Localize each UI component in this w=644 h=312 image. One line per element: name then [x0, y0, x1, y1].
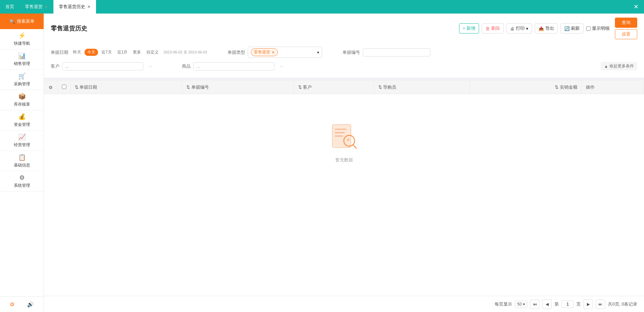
sidebar-item-inventory-label: 库存核算	[14, 102, 30, 107]
th-operations-label: 操作	[586, 85, 595, 90]
sidebar-item-quicknav[interactable]: ⚡ 快捷导航	[0, 29, 44, 49]
collapse-icon: ▲	[604, 64, 608, 69]
date-opt-yesterday[interactable]: 昨天	[71, 49, 83, 56]
docnum-input[interactable]	[363, 48, 430, 57]
date-filter-label: 单据日期	[51, 49, 68, 55]
date-opt-today[interactable]: 今天	[85, 49, 98, 56]
date-opt-7days[interactable]: 近7天	[99, 49, 114, 56]
data-table: ⚙ ⇅ 单据日期 ⇅ 单据编号 ⇅ 客户 ⇅ 导购员	[44, 81, 644, 94]
empty-state: 暂无数据	[44, 94, 644, 190]
filter-row-1: 单据日期 昨天 今天 近7天 近1月 更多 自定义 2023-06-02 至 2…	[51, 47, 637, 58]
th-customer-label: ⇅ 客户	[298, 85, 312, 90]
per-page-select[interactable]: 50 ▾	[515, 300, 527, 308]
tab-retail-return-history-close[interactable]: ✕	[87, 4, 91, 9]
sidebar-item-basicinfo[interactable]: 📋 基础信息	[0, 151, 44, 171]
sidebar-item-basicinfo-label: 基础信息	[14, 162, 30, 168]
page-number-input[interactable]	[562, 300, 574, 308]
finance-icon: 💰	[18, 113, 26, 120]
customer-input[interactable]	[62, 62, 143, 70]
date-range-value: 2023-06-02 至 2023-06-02	[163, 50, 207, 55]
tab-retail-return-label: 零售退货	[25, 4, 43, 10]
filter-doctype: 单据类型 零售退货 ✕ ▾	[228, 47, 322, 58]
audio-bottom-icon[interactable]: 🔊	[27, 301, 34, 308]
sidebar-item-finance-label: 资金管理	[14, 122, 30, 128]
customer-label: 客户	[51, 63, 59, 69]
doctype-label: 单据类型	[228, 49, 245, 55]
page-header: 零售退货历史 + 新增 🗑 删除 🖨 打印 ▾ 📤 导出	[44, 14, 644, 78]
th-customer[interactable]: ⇅ 客户	[294, 81, 374, 94]
sidebar-item-operations[interactable]: 📈 经营管理	[0, 131, 44, 151]
sidebar-item-sales[interactable]: 📊 销售管理	[0, 49, 44, 70]
goods-ellipsis[interactable]: ···	[277, 63, 286, 69]
add-button[interactable]: + 新增	[459, 23, 479, 34]
window-close-button[interactable]: ✕	[628, 3, 644, 10]
date-opt-1month[interactable]: 近1月	[115, 49, 130, 56]
print-button[interactable]: 🖨 打印 ▾	[506, 23, 532, 34]
empty-icon	[327, 121, 361, 152]
page-prev-button[interactable]: ◀	[542, 299, 552, 309]
doctype-select[interactable]: 零售退货 ✕ ▾	[248, 47, 322, 58]
tab-retail-return[interactable]: 零售退货 ✕	[20, 0, 53, 14]
svg-rect-1	[335, 129, 347, 130]
th-salesperson[interactable]: ⇅ 导购员	[374, 81, 470, 94]
settings-bottom-icon[interactable]: ⚙	[10, 301, 15, 308]
delete-button[interactable]: 🗑 删除	[482, 23, 504, 34]
customer-ellipsis[interactable]: ···	[146, 63, 155, 69]
th-settings[interactable]: ⚙	[44, 81, 57, 94]
th-amount[interactable]: ⇅ 实销金额	[470, 81, 582, 94]
page-title-row: 零售退货历史 + 新增 🗑 删除 🖨 打印 ▾ 📤 导出	[51, 18, 637, 39]
tab-home[interactable]: 首页	[0, 0, 20, 14]
set-button[interactable]: 设置	[615, 29, 637, 39]
sidebar-bottom: ⚙ 🔊	[0, 296, 44, 312]
filter-docnum: 单据编号	[342, 48, 430, 57]
th-docnum-label: ⇅ 单据编号	[186, 85, 209, 90]
refresh-label: 刷新	[571, 25, 580, 31]
filter-customer: 客户 ···	[51, 62, 155, 70]
tab-retail-return-close[interactable]: ✕	[45, 4, 48, 9]
search-icon: 🔍	[9, 19, 15, 24]
sidebar-item-sales-label: 销售管理	[14, 61, 30, 67]
refresh-button[interactable]: 🔄 刷新	[560, 23, 583, 34]
sidebar-item-system[interactable]: ⚙ 系统管理	[0, 171, 44, 192]
quicknav-icon: ⚡	[18, 32, 26, 39]
th-date[interactable]: ⇅ 单据日期	[70, 81, 182, 94]
sidebar-item-inventory[interactable]: 📦 库存核算	[0, 90, 44, 110]
date-opt-more[interactable]: 更多	[131, 49, 143, 56]
sidebar-search[interactable]: 🔍 搜索菜单	[0, 14, 44, 29]
goods-input[interactable]	[193, 62, 275, 70]
select-all-checkbox[interactable]	[62, 85, 66, 89]
docnum-label: 单据编号	[342, 49, 360, 55]
query-button[interactable]: 查询	[615, 18, 637, 28]
toolbar: + 新增 🗑 删除 🖨 打印 ▾ 📤 导出 🔄	[459, 18, 637, 39]
print-label: 打印	[516, 25, 525, 31]
svg-rect-2	[335, 132, 345, 133]
doctype-dropdown-icon: ▾	[317, 50, 319, 55]
page-first-button[interactable]: ⏮	[530, 299, 540, 309]
th-date-label: ⇅ 单据日期	[75, 85, 97, 90]
page-next-button[interactable]: ▶	[583, 299, 593, 309]
show-detail-input[interactable]	[586, 26, 591, 31]
svg-rect-3	[335, 135, 343, 137]
per-page-label: 每页显示	[495, 301, 512, 307]
top-tab-bar: 首页 零售退货 ✕ 零售退货历史 ✕ ✕	[0, 0, 644, 14]
page-label: 第	[554, 301, 559, 307]
show-detail-checkbox[interactable]: 显示明细	[586, 25, 610, 31]
collapse-button[interactable]: ▲ 收起更多条件	[601, 62, 637, 70]
delete-label: 删除	[491, 25, 500, 31]
th-checkbox[interactable]	[57, 81, 70, 94]
page-last-button[interactable]: ⏭	[596, 299, 605, 309]
sidebar-item-finance[interactable]: 💰 资金管理	[0, 110, 44, 131]
th-docnum[interactable]: ⇅ 单据编号	[182, 81, 294, 94]
sidebar-item-purchase-label: 采购管理	[14, 81, 30, 87]
delete-icon: 🗑	[485, 26, 490, 31]
th-salesperson-label: ⇅ 导购员	[378, 85, 397, 90]
date-opt-custom[interactable]: 自定义	[144, 49, 161, 56]
goods-label: 商品	[182, 63, 191, 69]
sidebar-item-purchase[interactable]: 🛒 采购管理	[0, 70, 44, 90]
export-button[interactable]: 📤 导出	[535, 23, 558, 34]
content-area: 零售退货历史 + 新增 🗑 删除 🖨 打印 ▾ 📤 导出	[44, 14, 644, 312]
tab-retail-return-history[interactable]: 零售退货历史 ✕	[53, 0, 96, 14]
tab-home-label: 首页	[5, 4, 14, 10]
system-icon: ⚙	[19, 174, 25, 181]
doctype-chip-close[interactable]: ✕	[271, 50, 275, 55]
